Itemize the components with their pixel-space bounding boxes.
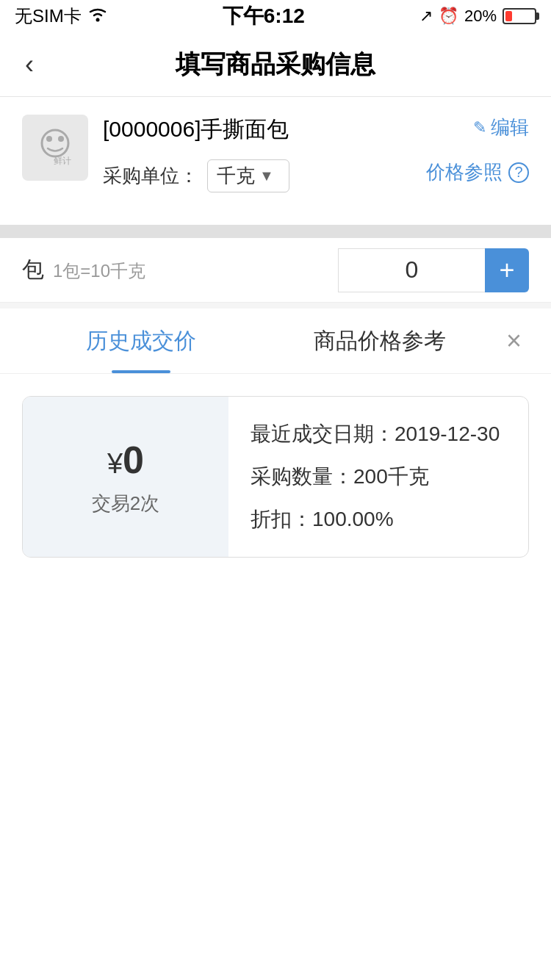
discount-value: 100.00%	[312, 508, 394, 530]
unit-value: 千克	[217, 163, 255, 189]
price-symbol: ¥	[107, 448, 123, 479]
carrier-text: 无SIM卡	[15, 4, 82, 28]
tabs-header: 历史成交价 商品价格参考 ×	[0, 309, 551, 374]
quantity-conversion: 1包=10千克	[53, 259, 145, 283]
product-name: [0000006]手撕面包	[103, 115, 289, 145]
battery-fill	[505, 11, 513, 21]
svg-point-1	[42, 130, 68, 156]
svg-point-3	[58, 136, 64, 142]
quantity-label-area: 包 1包=10千克	[22, 255, 145, 285]
bottom-area	[0, 580, 551, 980]
product-header: 鲜计 [0000006]手撕面包 采购单位： 千克 ▼	[22, 115, 529, 192]
product-right-actions: ✎ 编辑 价格参照 ?	[426, 115, 529, 185]
status-left: 无SIM卡	[15, 4, 108, 28]
svg-point-0	[96, 18, 99, 22]
status-bar: 无SIM卡 下午6:12 ↗ ⏰ 20%	[0, 0, 551, 32]
history-price: ¥0	[107, 438, 144, 482]
svg-text:鲜计: 鲜计	[54, 156, 71, 166]
quantity-label: 采购数量：	[251, 465, 353, 488]
battery-percent: 20%	[464, 7, 497, 26]
product-left: 鲜计 [0000006]手撕面包 采购单位： 千克 ▼	[22, 115, 289, 192]
page-title: 填写商品采购信息	[176, 48, 375, 82]
tab-history-price[interactable]: 历史成交价	[22, 309, 260, 373]
tabs-panel: 历史成交价 商品价格参考 × ¥0 交易2次 最近成交日期：2019-12-3	[0, 309, 551, 580]
quantity-unit: 包	[22, 255, 44, 285]
quantity-value: 200千克	[353, 465, 429, 488]
history-card: ¥0 交易2次 最近成交日期：2019-12-30 采购数量：200千克 折扣：…	[22, 396, 529, 558]
unit-dropdown-icon: ▼	[259, 167, 274, 184]
tab-price-ref-label: 商品价格参考	[314, 326, 446, 356]
history-date-row: 最近成交日期：2019-12-30	[251, 419, 506, 450]
location-icon: ↗	[419, 7, 433, 26]
quantity-input-area: +	[338, 248, 529, 292]
svg-point-2	[46, 136, 52, 142]
product-image: 鲜计	[22, 115, 88, 181]
battery-icon	[503, 8, 536, 24]
price-ref-row: 价格参照 ?	[426, 159, 529, 185]
history-card-right: 最近成交日期：2019-12-30 采购数量：200千克 折扣：100.00%	[228, 397, 528, 557]
tab-history-label: 历史成交价	[86, 326, 196, 356]
history-trades-count: 交易2次	[92, 491, 159, 516]
product-unit-row: 采购单位： 千克 ▼	[103, 159, 289, 192]
status-time: 下午6:12	[223, 2, 305, 30]
edit-button[interactable]: ✎ 编辑	[473, 115, 529, 140]
status-right: ↗ ⏰ 20%	[419, 7, 536, 26]
history-quantity-row: 采购数量：200千克	[251, 461, 506, 492]
nav-bar: ‹ 填写商品采购信息	[0, 32, 551, 97]
edit-label: 编辑	[491, 115, 529, 140]
discount-label: 折扣：	[251, 508, 312, 530]
divider	[0, 225, 551, 238]
back-button[interactable]: ‹	[18, 42, 41, 87]
product-logo-icon: 鲜计	[33, 123, 77, 173]
unit-select[interactable]: 千克 ▼	[207, 159, 289, 192]
history-card-left: ¥0 交易2次	[23, 397, 228, 557]
product-info: [0000006]手撕面包 采购单位： 千克 ▼	[103, 115, 289, 192]
tabs-close-button[interactable]: ×	[499, 318, 529, 364]
unit-label: 采购单位：	[103, 163, 198, 189]
history-discount-row: 折扣：100.00%	[251, 504, 506, 535]
price-ref-link[interactable]: 价格参照	[426, 159, 503, 185]
date-value: 2019-12-30	[395, 422, 500, 445]
date-label: 最近成交日期：	[251, 422, 395, 445]
quantity-plus-button[interactable]: +	[485, 248, 529, 292]
content-area: 鲜计 [0000006]手撕面包 采购单位： 千克 ▼	[0, 97, 551, 980]
quantity-row: 包 1包=10千克 +	[0, 238, 551, 303]
tab-active-indicator	[112, 370, 170, 373]
tab-price-reference[interactable]: 商品价格参考	[260, 309, 498, 373]
price-value: 0	[123, 439, 144, 481]
quantity-input[interactable]	[338, 248, 485, 292]
history-content: ¥0 交易2次 最近成交日期：2019-12-30 采购数量：200千克 折扣：…	[0, 374, 551, 580]
price-ref-help-icon[interactable]: ?	[508, 162, 529, 183]
alarm-icon: ⏰	[439, 7, 458, 26]
wifi-icon	[87, 6, 108, 26]
product-card: 鲜计 [0000006]手撕面包 采购单位： 千克 ▼	[0, 97, 551, 225]
edit-icon: ✎	[473, 118, 486, 137]
